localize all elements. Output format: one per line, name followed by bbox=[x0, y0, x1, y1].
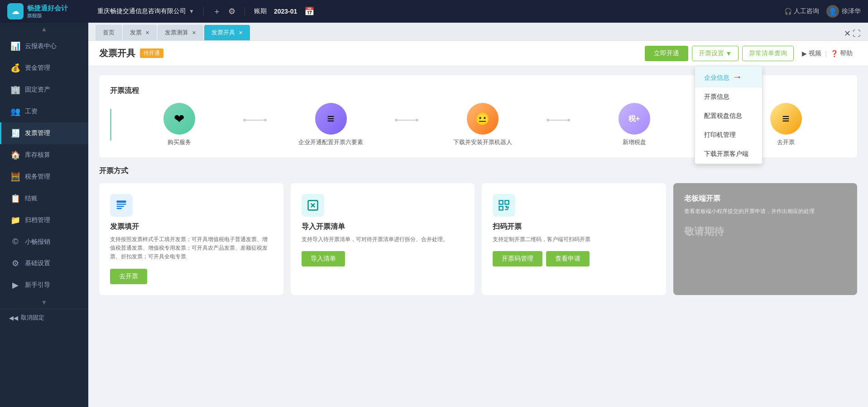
sidebar-scroll-down[interactable]: ▼ bbox=[0, 296, 88, 309]
svg-rect-7 bbox=[499, 206, 503, 210]
dropdown-printer[interactable]: 打印机管理 bbox=[695, 126, 762, 145]
company-dropdown-icon: ▼ bbox=[189, 8, 194, 15]
sidebar-item-archive[interactable]: 📁 归档管理 bbox=[0, 209, 88, 231]
sidebar-scroll-up[interactable]: ▲ bbox=[0, 23, 88, 35]
connector-3 bbox=[543, 119, 574, 121]
sidebar-item-report-sales[interactable]: © 小畅报销 bbox=[0, 231, 88, 252]
sidebar-item-label: 基础设置 bbox=[25, 259, 50, 267]
main-area: ▲ 📊 云报表中心 💰 资金管理 🏢 固定资产 👥 工资 🧾 发票管理 bbox=[0, 23, 868, 407]
scan-invoice-code-mgmt-button[interactable]: 开票码管理 bbox=[493, 251, 542, 266]
dropdown-company-info[interactable]: 企业信息 → bbox=[695, 66, 762, 87]
scan-invoice-view-apply-button[interactable]: 查看申请 bbox=[546, 251, 590, 266]
invoice-info-label: 开票信息 bbox=[704, 93, 729, 100]
video-label: 视频 bbox=[809, 49, 821, 58]
headset-icon: 🎧 bbox=[784, 8, 792, 15]
company-info-label: 企业信息 bbox=[704, 74, 729, 81]
sidebar-item-payroll[interactable]: 👥 工资 bbox=[0, 101, 88, 122]
activate-button[interactable]: 立即开通 bbox=[645, 46, 688, 61]
calendar-icon-button[interactable]: 📅 bbox=[304, 6, 314, 16]
settings-icon-button[interactable]: ⚙ bbox=[228, 6, 235, 16]
cloud-report-icon: 📊 bbox=[10, 41, 20, 51]
payroll-icon: 👥 bbox=[10, 107, 20, 116]
archive-icon: 📁 bbox=[10, 215, 20, 225]
human-consult-button[interactable]: 🎧 人工咨询 bbox=[784, 7, 819, 15]
tab-invoice-close[interactable]: ✕ bbox=[145, 30, 149, 36]
sidebar-item-invoice-mgmt[interactable]: 🧾 发票管理 bbox=[0, 122, 88, 144]
tab-invoice-calc-label: 发票测算 bbox=[165, 29, 188, 37]
settlement-icon: 📋 bbox=[10, 194, 20, 204]
import-list-button[interactable]: 导入清单 bbox=[302, 251, 345, 266]
sidebar-item-tax[interactable]: 🧮 税务管理 bbox=[0, 166, 88, 188]
page-header: 发票开具 待开通 立即开通 开票设置 ▼ 异常清单查询 ▶ 视频 | ❓ bbox=[88, 41, 868, 66]
step-border bbox=[110, 109, 111, 141]
connector-2 bbox=[391, 119, 422, 121]
sidebar-item-settlement[interactable]: 📋 结账 bbox=[0, 188, 88, 209]
svg-rect-6 bbox=[505, 201, 508, 204]
help-circle-icon: ❓ bbox=[830, 50, 838, 57]
sidebar-item-basic-settings[interactable]: ⚙ 基础设置 bbox=[0, 252, 88, 274]
step-buy-icon: ❤ bbox=[163, 103, 195, 135]
settings-button[interactable]: 开票设置 ▼ bbox=[692, 46, 739, 61]
period-label: 账期 bbox=[254, 7, 267, 15]
tab-invoice-issue-label: 发票开具 bbox=[211, 29, 235, 37]
app-name: 畅捷通好会计 bbox=[27, 4, 68, 12]
company-selector[interactable]: 重庆畅捷交通信息咨询有限公司 ▼ bbox=[97, 7, 194, 15]
svg-rect-2 bbox=[117, 206, 124, 207]
sidebar-item-label: 固定资产 bbox=[25, 86, 50, 94]
method-card-import-list: 导入开票清单 支持导入待开票清单，可对待开票清单进行拆分、合并处理。 导入清单 bbox=[291, 183, 475, 295]
top-right-area: 🎧 人工咨询 👤 徐泽华 bbox=[784, 5, 861, 18]
period-value: 2023-01 bbox=[274, 8, 297, 15]
step-download-icon: 😐 bbox=[467, 103, 499, 135]
sidebar: ▲ 📊 云报表中心 💰 资金管理 🏢 固定资产 👥 工资 🧾 发票管理 bbox=[0, 23, 88, 407]
tab-close-all-button[interactable]: ✕ bbox=[844, 29, 851, 39]
sidebar-item-cloud-report[interactable]: 📊 云报表中心 bbox=[0, 35, 88, 57]
printer-label: 打印机管理 bbox=[704, 131, 736, 138]
sidebar-item-new-guide[interactable]: ▶ 新手引导 bbox=[0, 274, 88, 296]
app-edition: 旗舰版 bbox=[27, 12, 68, 19]
process-step-taxdisk: 税+ 新增税盘 bbox=[574, 103, 695, 146]
boss-invoice-title: 老板端开票 bbox=[684, 194, 847, 204]
step-buy-label: 购买服务 bbox=[168, 138, 191, 146]
logo-area: ☁ 畅捷通好会计 旗舰版 bbox=[7, 3, 86, 19]
methods-grid: 发票填开 支持按照发票样式手工填开发票；可开具增值税电子普通发票、增值税普通发票… bbox=[99, 183, 857, 295]
sidebar-item-inventory[interactable]: 🏠 库存核算 bbox=[0, 144, 88, 166]
step-go-invoice-label: 去开票 bbox=[777, 138, 795, 146]
cancel-fixed-button[interactable]: ◀◀ 取消固定 bbox=[0, 309, 88, 326]
sidebar-item-label: 工资 bbox=[25, 107, 38, 116]
user-area[interactable]: 👤 徐泽华 bbox=[826, 5, 861, 18]
abnormal-button[interactable]: 异常清单查询 bbox=[742, 46, 794, 61]
dropdown-invoice-info[interactable]: 开票信息 bbox=[695, 87, 762, 107]
add-company-button[interactable]: ＋ bbox=[213, 6, 221, 17]
dropdown-tax-config[interactable]: 配置税盘信息 bbox=[695, 107, 762, 126]
tax-icon: 🧮 bbox=[10, 172, 20, 182]
sidebar-item-label: 税务管理 bbox=[25, 173, 50, 181]
sidebar-item-label: 发票管理 bbox=[25, 129, 50, 137]
dropdown-download-client[interactable]: 下载开票客户端 bbox=[695, 145, 762, 164]
methods-section-title: 开票方式 bbox=[99, 166, 857, 176]
sidebar-item-fixed-assets[interactable]: 🏢 固定资产 bbox=[0, 79, 88, 101]
tab-expand-button[interactable]: ⛶ bbox=[853, 29, 861, 39]
tab-invoice[interactable]: 发票 ✕ bbox=[123, 25, 157, 40]
cancel-fixed-label: 取消固定 bbox=[21, 314, 44, 322]
sidebar-item-label: 小畅报销 bbox=[25, 238, 50, 246]
connector-1 bbox=[240, 119, 270, 121]
svg-rect-1 bbox=[117, 204, 126, 205]
user-name: 徐泽华 bbox=[842, 7, 861, 15]
sidebar-item-fund[interactable]: 💰 资金管理 bbox=[0, 57, 88, 79]
tab-invoice-label: 发票 bbox=[130, 29, 142, 37]
svg-rect-0 bbox=[117, 201, 126, 203]
status-badge: 待开通 bbox=[140, 48, 163, 58]
scan-invoice-desc: 支持定制开票二维码，客户端可扫码开票 bbox=[493, 235, 655, 244]
import-list-icon bbox=[302, 194, 324, 217]
tab-invoice-issue[interactable]: 发票开具 ✕ bbox=[204, 25, 250, 40]
video-button[interactable]: ▶ 视频 | ❓ 帮助 bbox=[797, 46, 857, 61]
tab-invoice-calc-close[interactable]: ✕ bbox=[192, 30, 196, 36]
method-card-scan-invoice: 扫码开票 支持定制开票二维码，客户端可扫码开票 开票码管理 查看申请 bbox=[482, 183, 666, 295]
tab-invoice-issue-close[interactable]: ✕ bbox=[239, 30, 243, 36]
fill-invoice-button[interactable]: 去开票 bbox=[110, 269, 147, 284]
tab-home[interactable]: 首页 bbox=[96, 25, 122, 40]
tab-invoice-calc[interactable]: 发票测算 ✕ bbox=[158, 25, 203, 40]
content-area: 首页 发票 ✕ 发票测算 ✕ 发票开具 ✕ ✕ ⛶ bbox=[88, 23, 868, 407]
human-consult-label: 人工咨询 bbox=[794, 7, 819, 15]
sidebar-item-label: 归档管理 bbox=[25, 216, 50, 224]
